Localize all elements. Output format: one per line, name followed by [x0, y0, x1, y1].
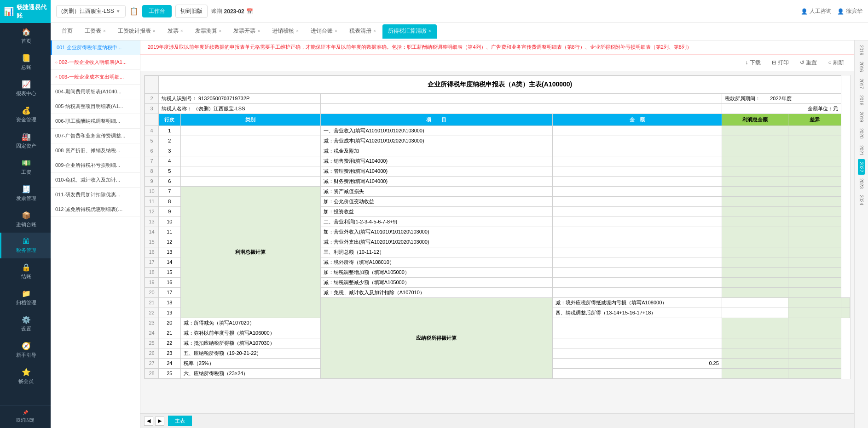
- diff-cell: [788, 227, 841, 237]
- year-item-2023[interactable]: 2023: [858, 176, 865, 191]
- calendar-icon[interactable]: 📅: [246, 8, 253, 15]
- sidebar-item-member[interactable]: ⭐畅会员: [0, 363, 51, 389]
- item-cell: 减：弥补以前年度亏损（填写A106000）: [180, 328, 320, 338]
- amount-cell: [553, 166, 722, 176]
- sidebar-item-ledger[interactable]: 📒总账: [0, 49, 51, 75]
- sidebar-item-settings[interactable]: ⚙️设置: [0, 311, 51, 337]
- form-list-item-004[interactable]: 004-期间费用明细表(A1040...: [51, 85, 140, 99]
- user-profile[interactable]: 👤 徐滨华: [837, 7, 862, 15]
- sidebar-item-assets[interactable]: 💰资金管理: [0, 102, 51, 128]
- amount-cell: [553, 318, 722, 328]
- col-header-amount: 全 额: [553, 114, 722, 126]
- spreadsheet-wrap[interactable]: 企业所得税年度纳税申报表（A类）主表(A100000) 2 纳税人识别号： 91…: [140, 71, 854, 413]
- item-cell: 减：销售费用(填写A104000): [320, 156, 552, 166]
- tab-invoice_open[interactable]: 发票开票×: [228, 24, 266, 39]
- tab-close-icon[interactable]: ×: [103, 29, 106, 34]
- ledger-icon: 📒: [22, 54, 31, 63]
- tab-close-icon[interactable]: ×: [373, 29, 376, 34]
- sidebar-item-salary[interactable]: 💵工资: [0, 154, 51, 180]
- form-list-item-011[interactable]: 011-研发费用加计扣除优惠...: [51, 188, 140, 202]
- year-item-2019[interactable]: 2019: [858, 42, 865, 58]
- form-list-item-008[interactable]: 008-资产折旧、摊销及纳税...: [51, 143, 140, 158]
- tab-close-icon[interactable]: ×: [180, 29, 183, 34]
- dropdown-arrow-icon: ▼: [116, 9, 121, 14]
- tab-close-icon[interactable]: ×: [219, 29, 222, 34]
- tab-close-icon[interactable]: ×: [428, 29, 431, 34]
- form-list-item-002[interactable]: 002-一般企业收入明细表(A1...: [51, 55, 140, 70]
- sidebar-item-purchase[interactable]: 📦进销台账: [0, 206, 51, 233]
- sidebar-item-fixed[interactable]: 🏭固定资产: [0, 128, 51, 154]
- sheet-nav-left[interactable]: ◀: [144, 417, 153, 426]
- company-selector[interactable]: (勿删）江西服宝-LSS ▼: [56, 5, 126, 17]
- document-icon[interactable]: 📋: [129, 7, 139, 16]
- col-header-diff: 差异: [788, 114, 841, 126]
- amount-cell: [553, 186, 722, 196]
- reset-button[interactable]: ↺ 重置: [797, 57, 820, 68]
- download-button[interactable]: ↓ 下载: [742, 57, 763, 68]
- form-list-item-001[interactable]: 001-企业所得税年度纳税申...: [51, 40, 140, 55]
- tab-invoice_mgr[interactable]: 发票×: [162, 24, 189, 39]
- row-num-3: 3: [145, 103, 159, 114]
- year-item-2024[interactable]: 2024: [858, 192, 865, 208]
- sidebar-item-home[interactable]: 🏠首页: [0, 23, 51, 49]
- year-item-2018[interactable]: 2018: [858, 92, 865, 108]
- seq-cell: 3: [159, 146, 181, 156]
- row-num-2: 2: [145, 93, 159, 103]
- print-button[interactable]: ⊟ 打印: [769, 57, 792, 68]
- year-item-2019[interactable]: 2019: [858, 109, 865, 125]
- tab-label: 所得税汇算清缴: [388, 27, 427, 35]
- form-list-item-009[interactable]: 009-企业所得税补亏损明细...: [51, 158, 140, 173]
- form-list-item-003[interactable]: 003-一般企业成本支出明细...: [51, 70, 140, 85]
- tab-salary[interactable]: 工资表×: [79, 24, 111, 39]
- form-list-item-006[interactable]: 006-职工薪酬纳税调整明细...: [51, 114, 140, 129]
- switch-version-button[interactable]: 切到旧版: [175, 5, 208, 18]
- sidebar-item-label: 首页: [21, 38, 31, 45]
- sidebar-item-reports[interactable]: 📈报表中心: [0, 75, 51, 102]
- ai-consult-button[interactable]: 👤 人工咨询: [801, 7, 832, 15]
- seq-cell: 20: [159, 318, 181, 328]
- year-item-2017[interactable]: 2017: [858, 76, 865, 91]
- year-item-2020[interactable]: 2020: [858, 126, 865, 141]
- sidebar-item-archive[interactable]: 📁归档管理: [0, 285, 51, 311]
- form-list-item-012[interactable]: 012-减免所得税优惠明细表(…: [51, 202, 140, 217]
- sidebar-item-tax[interactable]: 🏛税务管理: [0, 233, 51, 258]
- sidebar-item-guide[interactable]: 🧭新手引导: [0, 337, 51, 363]
- form-list-item-010[interactable]: 010-免税、减计收入及加计...: [51, 173, 140, 188]
- tab-close-icon[interactable]: ×: [153, 29, 156, 34]
- guide-icon: 🧭: [22, 342, 31, 350]
- tab-close-icon[interactable]: ×: [296, 29, 299, 34]
- sidebar-item-label: 发票管理: [16, 195, 36, 202]
- sheet-nav-right[interactable]: ▶: [155, 417, 164, 426]
- year-item-2022[interactable]: 2022: [858, 159, 865, 175]
- tab-salary_stats[interactable]: 工资统计报表×: [112, 24, 161, 39]
- tab-invoice_calc[interactable]: 发票测算×: [190, 24, 227, 39]
- tab-close-icon[interactable]: ×: [257, 29, 260, 34]
- tab-close-icon[interactable]: ×: [335, 29, 337, 34]
- form-list-item-005[interactable]: 005-纳税调整项目明细表(A1...: [51, 99, 140, 114]
- profit-cell: [722, 287, 788, 297]
- amount-cell: [553, 338, 722, 348]
- tab-home[interactable]: 首页: [56, 24, 78, 39]
- tab-tax_clear[interactable]: 税表清册×: [344, 24, 382, 39]
- tab-purchase_ledger[interactable]: 进销台账×: [305, 24, 343, 39]
- item-cell: 减：财务费用(填写A104000): [320, 176, 552, 186]
- table-row: 6 3 减：税金及附加: [145, 146, 850, 156]
- category-empty-5: [180, 166, 320, 176]
- sidebar-item-label: 设置: [21, 325, 31, 332]
- sheet-tab-main[interactable]: 主表: [168, 416, 192, 426]
- profit-cell: [722, 328, 788, 338]
- year-item-2016[interactable]: 2016: [858, 59, 865, 74]
- amount-cell: [553, 136, 722, 146]
- refresh-button[interactable]: ○ 刷新: [825, 57, 847, 68]
- form-list-item-007[interactable]: 007-广告费和业务宣传费调整...: [51, 129, 140, 143]
- category-empty-1: [180, 126, 320, 136]
- warning-text: 2019年度涉及取以前年度延续数据的申报表单元格需要手工维护正确，才能保证本年及…: [148, 44, 692, 50]
- tab-purchase_check[interactable]: 进销稽核×: [266, 24, 304, 39]
- year-item-2021[interactable]: 2021: [858, 143, 865, 158]
- sidebar-item-close[interactable]: 🔒结账: [0, 258, 51, 285]
- sidebar-item-invoice[interactable]: 🧾发票管理: [0, 180, 51, 206]
- reports-icon: 📈: [22, 80, 31, 89]
- workbench-button[interactable]: 工作台: [142, 5, 172, 17]
- sidebar-footer[interactable]: 📌 取消固定: [0, 405, 51, 428]
- tab-income_tax[interactable]: 所得税汇算清缴×: [382, 24, 437, 39]
